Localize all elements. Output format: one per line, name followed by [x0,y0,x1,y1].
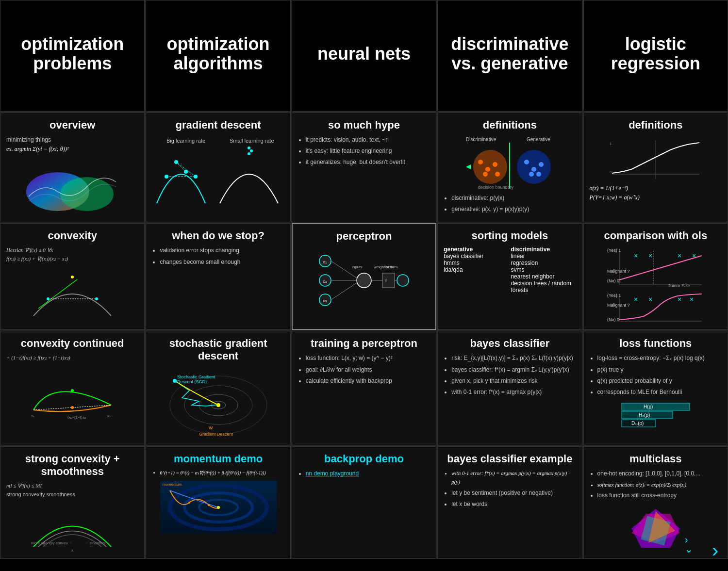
discriminative-bullet: discriminative: p(y|x) [451,194,576,203]
cell-bayes-example[interactable]: bayes classifier example with 0-1 error:… [437,446,582,559]
cell-opt-problems[interactable]: optimization problems [0,0,145,112]
cell-backprop-demo[interactable]: backprop demo nn demo playground [292,446,436,559]
multiclass-svg: › ⌄ [617,504,695,553]
next-arrow[interactable]: › [712,539,718,559]
cell-gradient-descent[interactable]: gradient descent Big learning rate Small… [146,113,290,222]
bayes-body: risk: E_{x,y}[L(f(x),y)] = Σₓ p(x) Σᵧ L(… [444,354,576,397]
cell-neural-nets[interactable]: neural nets [292,0,436,112]
svg-text:(Yes) 1: (Yes) 1 [607,293,621,298]
cell-definitions-2[interactable]: definitions 0 1 σ(z) = 1/(1+e⁻ᶻ) P(Y=1|x… [583,113,728,222]
loss-bullet-2: p(x) true y [597,365,722,375]
disc-item-1: linear [511,253,576,260]
svg-text:×: × [690,295,694,303]
tp-bullet-1: loss function: L(x, y; w) = (y^ − y)² [306,354,430,363]
cell-sorting-models[interactable]: sorting models generative bayes classifi… [437,223,582,330]
convexity-graph [6,267,138,321]
hype-bullet-3: it generalizes: huge, but doesn't overfi… [306,158,430,167]
svg-text:(No) 0: (No) 0 [607,317,619,322]
svg-point-7 [250,149,253,152]
cell-so-much-hype[interactable]: so much hype it predicts: vision, audio,… [292,113,436,222]
when-stop-body: validation error stops changing changes … [152,246,284,266]
loss-bullet-1: log-loss = cross-entropy: −Σₓ p(x) log q… [597,354,722,363]
cell-momentum-demo[interactable]: momentum demo θ^(t+1) = θ^(t) − αₜ∇f(θ^(… [146,446,290,559]
svg-text:Tumor Size: Tumor Size [668,283,690,288]
svg-text:Malignant ?: Malignant ? [607,303,630,308]
svg-text:x₂: x₂ [107,414,111,418]
svg-line-43 [331,283,357,300]
gradient-svg: Big learning rate Small learning rate [152,135,284,208]
cell-log-reg[interactable]: logistic regression [583,0,728,112]
svg-point-104 [188,502,190,504]
svg-line-41 [331,261,357,278]
small-lr-label: Small learning rate [230,138,274,144]
cell-strong-convexity[interactable]: strong convexity + smoothness mI ≤ ∇²f(x… [0,446,145,559]
title-perceptron: perceptron [298,230,430,243]
svg-text:×: × [634,252,638,260]
convexity-formulas: Hessian ∇²f(x) ≥ 0 ∀x f(x₂) ≥ f(x₁) + ∇f… [6,246,138,263]
cell-perceptron[interactable]: perceptron x₁ x₂ [292,223,436,330]
svg-point-88 [216,403,220,407]
bayes-bullet-3: given x, pick y that minimizes risk [451,376,576,386]
svg-text:×: × [634,295,638,303]
svg-point-106 [217,506,220,509]
bayes-bullet-4: with 0-1 error: f*(x) = argmax p(y|x) [451,388,576,397]
cell-training-perceptron[interactable]: training a perceptron loss function: L(x… [292,331,436,445]
cell-loss-functions[interactable]: loss functions log-loss = cross-entropy:… [583,331,728,445]
bayes-ex-bullet-3: let x be words [451,500,576,509]
multiclass-body: one-hot encoding: [1,0,0], [0,1,0], [0,0… [590,469,722,500]
svg-text:Stochastic Gradient: Stochastic Gradient [177,375,215,379]
svg-text:0: 0 [610,170,612,174]
bayes-bullet-1: risk: E_{x,y}[L(f(x),y)] = Σₓ p(x) Σᵧ L(… [451,354,576,363]
discriminative-header: discriminative [511,246,576,253]
sigmoid-svg: 0 1 [607,135,704,184]
svg-point-21 [539,162,544,167]
sigmoid-graph: 0 1 [590,135,722,184]
hype-bullet-1: it predicts: vision, audio, text, ~rl [306,135,430,145]
convexity-formula-2: f(x₂) ≥ f(x₁) + ∇f(x₁)(x₂ − x₁) [6,255,138,263]
svg-point-12 [473,150,507,184]
svg-text:x₃: x₃ [323,298,327,303]
cell-overview[interactable]: overview minimizing things ex. argmin Σ(… [0,113,145,222]
disc-gen-diagram: Discriminative Generative decision bound [444,135,576,194]
cell-convexity[interactable]: convexity Hessian ∇²f(x) ≥ 0 ∀x f(x₂) ≥ … [0,223,145,330]
svg-text:(Yes) 1: (Yes) 1 [607,248,621,253]
cell-definitions-1[interactable]: definitions Discriminative Generative [437,113,582,222]
overview-body: minimizing things ex. argmin Σ(yi − f(xi… [6,135,138,154]
title-bayes-example: bayes classifier example [444,453,576,465]
nn-demo-link[interactable]: nn demo playground [306,470,359,477]
svg-text:Descent (SGD): Descent (SGD) [177,379,207,384]
backprop-body: nn demo playground [298,469,430,478]
momentum-svg: momentum [160,481,277,534]
cell-when-stop[interactable]: when do we stop? validation error stops … [146,223,290,330]
svg-rect-90 [622,403,690,410]
title-overview: overview [6,119,138,131]
title-opt-problems: optimization problems [6,34,138,73]
svg-point-22 [529,172,534,177]
svg-text:W: W [209,425,213,430]
title-definitions-2: definitions [590,119,722,131]
convexity3-svg: more strongly convex ← → smoother x [29,503,116,552]
cell-disc-gen[interactable]: discriminative vs. generative [437,0,582,112]
svg-text:(No) 0: (No) 0 [607,278,619,283]
cell-comparison-ols[interactable]: comparison with ols (Yes) 1 Malignant ? … [583,223,728,330]
cell-multiclass[interactable]: multiclass one-hot encoding: [1,0,0], [0… [583,446,728,559]
generative-label: Generative [527,137,550,142]
disc-gen-svg: Discriminative Generative decision bound [451,135,568,194]
generative-col: generative bayes classifier hmms lda/qda [444,246,509,294]
cell-convexity-cont[interactable]: convexity continued + (1−t)f(x₂) ≥ f(tx₁… [0,331,145,445]
convexity-formula-1: Hessian ∇²f(x) ≥ 0 ∀x [6,246,138,255]
cell-bayes-classifier[interactable]: bayes classifier risk: E_{x,y}[L(f(x),y)… [437,331,582,445]
svg-point-15 [493,162,497,167]
svg-text:Dₖₗ(p): Dₖₗ(p) [631,421,644,426]
svg-text:x₁: x₁ [323,260,327,264]
title-multiclass: multiclass [590,453,722,465]
title-definitions-1: definitions [444,119,576,131]
title-loss-functions: loss functions [590,337,722,350]
cell-stochastic-gd[interactable]: stochastic gradient descent Stochastic G… [146,331,290,445]
when-stop-bullet-1: validation error stops changing [160,246,284,255]
cell-opt-algorithms[interactable]: optimization algorithms [146,0,290,112]
svg-point-34 [71,276,74,278]
svg-point-89 [173,379,177,383]
svg-text:x₁: x₁ [31,414,34,418]
title-bayes-classifier: bayes classifier [444,337,576,350]
